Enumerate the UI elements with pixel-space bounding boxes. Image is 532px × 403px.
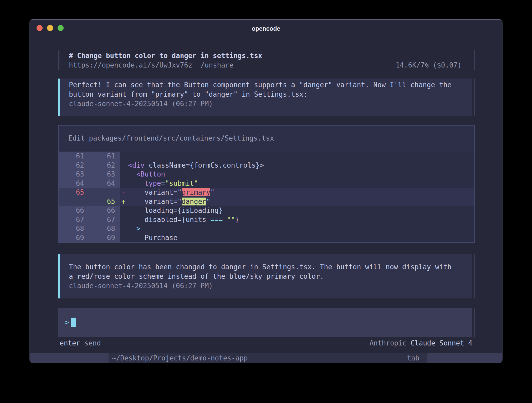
window-title: opencode — [30, 25, 502, 32]
assistant-message-2: The button color has been changed to dan… — [58, 254, 475, 298]
send-hint: enter send — [60, 338, 101, 348]
section-right-rail — [474, 308, 475, 337]
diff-row: 6666 loading={isLoading} — [59, 206, 474, 215]
diff-row: 6767 disabled={units === ""} — [59, 215, 474, 224]
tab-key-hint[interactable]: tab — [407, 354, 420, 362]
section-right-rail — [474, 254, 475, 298]
titlebar: opencode — [30, 20, 502, 37]
message-text-line: a red/rose color scheme instead of the b… — [69, 272, 462, 281]
status-bar: opencode v0.3.11 ~/Desktop/Projects/demo… — [30, 353, 502, 363]
working-directory: ~/Desktop/Projects/demo-notes-app — [112, 354, 248, 362]
diff-row: 65- variant="primary" — [59, 188, 474, 197]
diff-row: 6161 — [59, 152, 474, 161]
diff-row: 65+ variant="danger" — [59, 197, 474, 206]
hint-bar: enter send Anthropic Claude Sonnet 4 — [58, 338, 475, 348]
text-cursor — [71, 318, 76, 327]
prompt-input-section: > — [58, 308, 475, 337]
share-url[interactable]: https://opencode.ai/s/UwJxv76z — [69, 61, 192, 69]
diff-row: 6464 type="submit" — [59, 179, 474, 188]
token-cost-stats: 14.6K/7% ($0.07) — [396, 60, 462, 70]
unshare-command[interactable]: /unshare — [201, 61, 233, 69]
diff-code-view: 61616262 <div className={formCs.controls… — [59, 152, 474, 242]
section-right-rail — [474, 79, 475, 116]
model-indicator: Anthropic Claude Sonnet 4 — [370, 338, 472, 348]
diff-row: 6262 <div className={formCs.controls}> — [59, 161, 474, 170]
diff-row: 6868 > — [59, 224, 474, 233]
session-header: # Change button color to danger in setti… — [58, 50, 475, 70]
app-window: opencode # Change button color to danger… — [30, 19, 502, 363]
message-text-line: The button color has been changed to dan… — [69, 262, 462, 272]
assistant-message-1: Perfect! I can see that the Button compo… — [58, 79, 475, 116]
section-right-rail — [474, 50, 475, 70]
session-title: # Change button color to danger in setti… — [69, 51, 462, 60]
prompt-symbol: > — [65, 318, 69, 327]
main-content: # Change button color to danger in setti… — [58, 50, 475, 348]
message-text-line: button variant from "primary" to "danger… — [69, 90, 462, 99]
diff-row: 6363 <Button — [59, 170, 474, 179]
message-text-line: Perfect! I can see that the Button compo… — [69, 80, 462, 90]
diff-row: 6969 Purchase — [59, 233, 474, 242]
message-model-timestamp: claude-sonnet-4-20250514 (06:27 PM) — [69, 99, 462, 109]
edit-diff-card: Edit packages/frontend/src/containers/Se… — [58, 125, 475, 243]
diff-file-title: Edit packages/frontend/src/containers/Se… — [59, 126, 474, 152]
message-model-timestamp: claude-sonnet-4-20250514 (06:27 PM) — [69, 281, 462, 291]
app-version-chip: opencode v0.3.11 — [30, 353, 109, 363]
share-url-line: https://opencode.ai/s/UwJxv76z /unshare — [69, 60, 233, 70]
prompt-input[interactable]: > — [58, 308, 472, 337]
mode-indicator[interactable]: BUILD MODE — [427, 353, 502, 363]
